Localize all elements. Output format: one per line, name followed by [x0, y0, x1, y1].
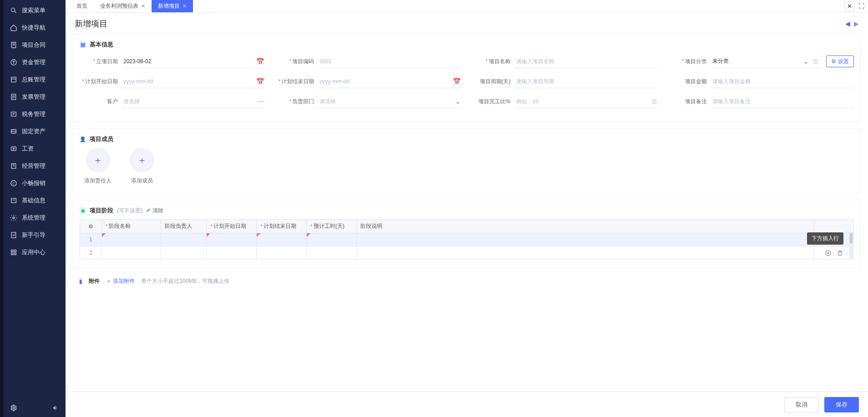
- cell-stage-start[interactable]: [207, 233, 257, 246]
- sidebar-search[interactable]: 搜索菜单: [4, 2, 66, 19]
- add-member-button[interactable]: ＋ 添加成员: [130, 148, 154, 185]
- close-panel-button[interactable]: ✕: [844, 1, 854, 11]
- cell-stage-name[interactable]: [102, 246, 161, 259]
- stage-icon: ◆: [80, 207, 86, 214]
- sidebar-item-salary[interactable]: 工资: [4, 140, 66, 157]
- label-dept: *负责部门: [276, 98, 314, 106]
- label-date: *立项日期: [80, 58, 118, 65]
- clear-stages-button[interactable]: ✐清除: [146, 207, 163, 215]
- calendar-icon[interactable]: 📅: [256, 78, 264, 85]
- tab-home[interactable]: 首页: [70, 0, 94, 12]
- cell-stage-end[interactable]: [257, 233, 307, 246]
- progress-input[interactable]: [514, 95, 658, 108]
- cell-stage-desc[interactable]: [357, 233, 814, 246]
- amount-input[interactable]: [711, 75, 854, 88]
- help-icon[interactable]: ？⃝: [652, 98, 657, 105]
- calendar-icon[interactable]: 📅: [453, 78, 461, 85]
- insert-row-button[interactable]: [824, 249, 832, 256]
- customer-select[interactable]: [122, 95, 265, 108]
- sidebar-item-contract[interactable]: 项目合同: [4, 36, 66, 54]
- save-button[interactable]: 保存: [824, 397, 859, 412]
- label-plan-end: *计划结束日期: [276, 78, 314, 85]
- asset-icon: [10, 128, 17, 135]
- cell-stage-start[interactable]: [207, 246, 257, 259]
- sidebar-item-funds[interactable]: 资金管理: [4, 54, 66, 71]
- sidebar-item-ledger[interactable]: 总账管理: [4, 71, 66, 88]
- plus-icon: ＋: [86, 148, 110, 172]
- table-scrollbar[interactable]: [849, 232, 853, 259]
- row-index: 1: [80, 233, 102, 246]
- svg-rect-24: [14, 250, 16, 252]
- sidebar-item-quicknav[interactable]: 快捷导航: [4, 19, 66, 36]
- table-header-gear[interactable]: ⚙: [80, 220, 102, 233]
- sidebar-item-business[interactable]: 经营管理: [4, 157, 66, 175]
- cell-stage-desc[interactable]: [357, 246, 814, 259]
- sidebar-item-label: 项目合同: [22, 41, 46, 49]
- collapse-icon[interactable]: [52, 404, 59, 412]
- sidebar-item-apps[interactable]: 应用中心: [4, 244, 66, 261]
- calendar-icon[interactable]: 📅: [256, 58, 264, 65]
- table-row[interactable]: 2: [80, 246, 853, 259]
- fullscreen-button[interactable]: ⛶: [856, 1, 866, 11]
- business-icon: [10, 162, 17, 170]
- tab-new-project[interactable]: 新增项目✕: [152, 0, 193, 12]
- cell-stage-lead[interactable]: [161, 246, 207, 259]
- name-input[interactable]: [514, 55, 658, 68]
- svg-point-0: [11, 8, 15, 12]
- stages-table: ⚙ *阶段名称 阶段负责人 *计划开始日期 *计划结束日期 *预计工时(天) 阶…: [80, 219, 854, 260]
- dept-select[interactable]: [318, 95, 461, 108]
- cell-stage-days[interactable]: [307, 233, 357, 246]
- prev-arrow-icon[interactable]: ◀: [845, 20, 850, 27]
- expense-icon: C: [10, 180, 17, 187]
- add-attachment-button[interactable]: ＋ 添加附件: [106, 277, 135, 285]
- sidebar-item-asset[interactable]: 固定资产: [4, 123, 66, 140]
- next-arrow-icon[interactable]: ▶: [854, 20, 859, 27]
- cell-stage-end[interactable]: [257, 246, 307, 259]
- gear-icon[interactable]: [10, 404, 17, 412]
- period-input[interactable]: [514, 75, 658, 88]
- config-button[interactable]: ⚙设置: [826, 55, 854, 67]
- sidebar-item-expense[interactable]: C 小畅报销: [4, 175, 66, 192]
- cell-stage-lead[interactable]: [161, 233, 207, 246]
- date-input[interactable]: [122, 55, 265, 68]
- chevron-down-icon[interactable]: ⌄: [455, 98, 461, 105]
- sidebar-item-system[interactable]: 系统管理: [4, 209, 66, 226]
- sidebar: 搜索菜单 快捷导航 项目合同 资金管理 总账管理 发票管理: [4, 0, 66, 417]
- remark-input[interactable]: [711, 95, 854, 108]
- plan-end-input[interactable]: [318, 75, 461, 88]
- svg-point-21: [13, 217, 15, 219]
- help-icon[interactable]: ？⃝: [813, 58, 818, 65]
- tab-profit-estimate[interactable]: 业务利润预估表✕: [94, 0, 152, 12]
- tooltip-insert-row: 下方插入行: [807, 232, 843, 245]
- apps-icon: [10, 249, 17, 256]
- sidebar-item-label: 快捷导航: [22, 24, 46, 32]
- chevron-down-icon[interactable]: ⌄: [803, 58, 809, 65]
- ledger-icon: [10, 76, 17, 83]
- delete-row-button[interactable]: [836, 249, 843, 256]
- plan-start-input[interactable]: [122, 75, 265, 88]
- svg-rect-12: [11, 147, 16, 151]
- svg-rect-25: [11, 253, 13, 255]
- sidebar-item-label: 税务管理: [22, 110, 46, 118]
- sidebar-item-invoice[interactable]: 发票管理: [4, 88, 66, 106]
- close-icon[interactable]: ✕: [141, 3, 145, 9]
- more-icon[interactable]: ⋯: [258, 98, 264, 105]
- label-customer: 客户: [80, 98, 118, 106]
- add-owner-button[interactable]: ＋ 添加责任人: [84, 148, 112, 185]
- svg-rect-22: [11, 232, 15, 238]
- attachment-title: 附件: [89, 277, 100, 285]
- close-icon[interactable]: ✕: [183, 3, 187, 9]
- sidebar-item-label: 新手引导: [22, 231, 46, 239]
- table-header: 阶段负责人: [161, 220, 207, 233]
- sidebar-item-info[interactable]: 基础信息: [4, 192, 66, 209]
- sidebar-item-guide[interactable]: 新手引导: [4, 226, 66, 244]
- cell-stage-name[interactable]: [102, 233, 161, 246]
- home-icon: [10, 24, 17, 31]
- svg-rect-6: [11, 77, 16, 82]
- sidebar-item-tax[interactable]: 税务管理: [4, 106, 66, 123]
- table-row[interactable]: 1: [80, 233, 853, 246]
- category-select[interactable]: [711, 55, 819, 68]
- cell-stage-days[interactable]: [307, 246, 357, 259]
- cancel-button[interactable]: 取消: [784, 397, 819, 412]
- sidebar-item-label: 资金管理: [22, 58, 46, 66]
